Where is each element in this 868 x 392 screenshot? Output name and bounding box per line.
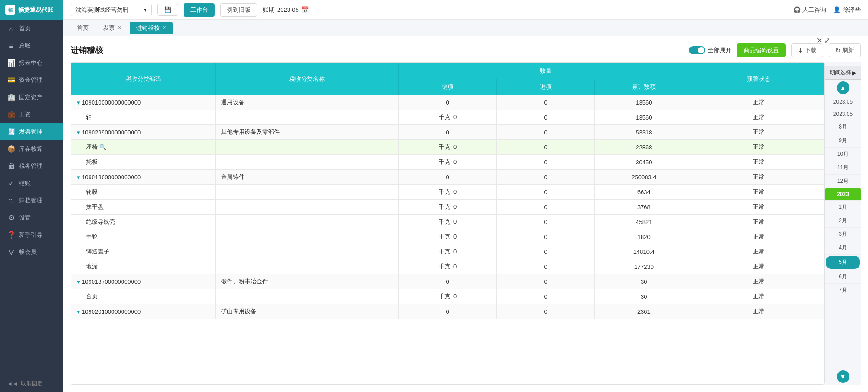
table-row[interactable]: 合页千克 0030正常 [71, 289, 824, 304]
table-row[interactable]: 座椅 🔍千克 0022868正常 [71, 140, 824, 155]
tab-home[interactable]: 首页 [71, 22, 95, 34]
period-item[interactable]: 2023 [825, 188, 861, 201]
sidebar-pin-toggle[interactable]: ◄◄ 取消固定 [0, 375, 63, 392]
calendar-icon[interactable]: 📅 [302, 6, 309, 13]
user-menu[interactable]: 👤 徐泽华 [833, 6, 861, 14]
tab-reconcile-close[interactable]: ✕ [162, 25, 166, 31]
page-header: 进销稽核 全部展开 商品编码设置 ⬇ 下载 ↻ 刷新 [71, 43, 861, 57]
table-row[interactable]: ▾109013600000000000金属铸件00250083.4正常 [71, 170, 824, 185]
table-row[interactable]: 轴千克 0013560正常 [71, 110, 824, 125]
table-row[interactable]: 抹平盘千克 003768正常 [71, 200, 824, 215]
period-item[interactable]: 11月 [825, 161, 861, 175]
ledger-icon: ≡ [7, 42, 15, 50]
sidebar-item-settings[interactable]: ⚙ 设置 [0, 209, 63, 226]
period-item[interactable]: 12月 [825, 175, 861, 188]
sidebar-item-ledger[interactable]: ≡ 总账 [0, 37, 63, 54]
tab-reconcile[interactable]: 进销稽核 ✕ [130, 22, 173, 34]
period-item[interactable]: 5月 [826, 256, 860, 269]
logo-icon: 畅 [5, 5, 15, 15]
period-item[interactable]: 10月 [825, 148, 861, 161]
table-row[interactable]: 手轮千克 001820正常 [71, 229, 824, 244]
period-up-button[interactable]: ▲ [837, 81, 849, 94]
table-row[interactable]: 地漏千克 00177230正常 [71, 259, 824, 274]
cell-sales: 千克 0 [398, 110, 496, 125]
collapse-icon[interactable]: ▾ [77, 278, 80, 285]
collapse-icon[interactable]: ▾ [77, 129, 80, 136]
service-button[interactable]: 🎧 人工咨询 [793, 6, 826, 14]
company-selector[interactable]: 沈海英测试经营勿删 ▾ [71, 4, 152, 16]
panel-close-button[interactable]: ✕ [816, 36, 822, 45]
sidebar-item-invoice[interactable]: 🧾 发票管理 [0, 123, 63, 140]
logo-text: 畅捷通易代账 [18, 6, 53, 14]
panel-expand-button[interactable]: ⤢ [824, 36, 830, 45]
period-item[interactable]: 3月 [825, 228, 861, 241]
period-item[interactable]: 6月 [825, 270, 861, 284]
toggle-switch[interactable] [689, 46, 705, 54]
sidebar-item-archive[interactable]: 🗂 归档管理 [0, 192, 63, 209]
sidebar-item-reports[interactable]: 📊 报表中心 [0, 54, 63, 72]
refresh-button[interactable]: ↻ 刷新 [829, 43, 861, 57]
cell-total: 2361 [595, 304, 693, 319]
sidebar-item-salary[interactable]: 💼 工资 [0, 106, 63, 123]
cell-total: 3768 [595, 200, 693, 215]
sidebar-item-tax[interactable]: 🏛 税务管理 [0, 158, 63, 175]
table-row[interactable]: 铸造盖子千克 0014810.4正常 [71, 244, 824, 259]
workbench-button[interactable]: 工作台 [184, 3, 215, 17]
sidebar-item-vip[interactable]: V 畅会员 [0, 244, 63, 261]
cell-total: 1820 [595, 229, 693, 244]
download-button[interactable]: ⬇ 下载 [791, 43, 823, 57]
expand-all-toggle[interactable]: 全部展开 [689, 46, 731, 54]
collapse-icon[interactable]: ▾ [77, 174, 80, 181]
company-dropdown-icon: ▾ [144, 6, 147, 13]
period-item[interactable]: 2月 [825, 214, 861, 228]
cell-total: 14810.4 [595, 244, 693, 259]
sidebar-item-home[interactable]: ⌂ 首页 [0, 20, 63, 37]
table-row[interactable]: 轮毂千克 006634正常 [71, 185, 824, 200]
period-item[interactable]: 2023.05 [825, 108, 861, 120]
settle-icon: ✓ [7, 179, 15, 187]
period-item[interactable]: 9月 [825, 134, 861, 148]
switch-old-button[interactable]: 切到旧版 [220, 3, 257, 17]
cell-name [215, 215, 398, 229]
cell-total: 6634 [595, 185, 693, 200]
period-item[interactable]: 4月 [825, 241, 861, 255]
table-row[interactable]: ▾109020100000000000矿山专用设备002361正常 [71, 304, 824, 319]
cell-name [215, 155, 398, 170]
collapse-icon[interactable]: ▾ [77, 308, 80, 315]
cell-status: 正常 [693, 259, 824, 274]
cell-name [215, 259, 398, 274]
table-row[interactable]: ▾109029900000000000其他专用设备及零部件0053318正常 [71, 125, 824, 140]
save-button[interactable]: 💾 [157, 4, 178, 16]
period-item[interactable]: 2023.05 [825, 96, 861, 108]
period-item[interactable]: 1月 [825, 201, 861, 214]
cell-total: 13560 [595, 95, 693, 110]
guide-icon: ❓ [7, 231, 15, 239]
sidebar-item-settle[interactable]: ✓ 结账 [0, 175, 63, 192]
tab-invoice-close[interactable]: ✕ [118, 25, 122, 31]
table-row[interactable]: ▾109013700000000000锻件、粉末冶金件0030正常 [71, 274, 824, 289]
table-row[interactable]: ▾109010000000000000通用设备0013560正常 [71, 95, 824, 110]
sidebar-item-funds[interactable]: 💳 资金管理 [0, 72, 63, 89]
table-row[interactable]: 绝缘导线壳千克 0045821正常 [71, 215, 824, 229]
table-row[interactable]: 托板千克 0030450正常 [71, 155, 824, 170]
period-down-button[interactable]: ▼ [837, 370, 849, 383]
period-item[interactable]: 8月 [825, 120, 861, 134]
tab-home-label: 首页 [77, 24, 89, 32]
sidebar-item-inventory[interactable]: 📦 库存核算 [0, 140, 63, 158]
search-icon[interactable]: 🔍 [99, 144, 106, 150]
panel-collapse-icon[interactable]: ▶ [852, 70, 856, 76]
sidebar-item-label: 结账 [19, 179, 31, 187]
cell-status: 正常 [693, 289, 824, 304]
period-value: 2023-05 [277, 6, 299, 13]
period-item[interactable]: 7月 [825, 284, 861, 297]
tab-invoice[interactable]: 发票 ✕ [97, 22, 128, 34]
sidebar-item-fixed-assets[interactable]: 🏢 固定资产 [0, 89, 63, 106]
sidebar: 畅 畅捷通易代账 ⌂ 首页 ≡ 总账 📊 报表中心 💳 资金管理 🏢 固定资产 … [0, 0, 63, 392]
cell-sales: 千克 0 [398, 200, 496, 215]
cell-purchase: 0 [497, 95, 595, 110]
sidebar-item-guide[interactable]: ❓ 新手引导 [0, 226, 63, 244]
collapse-icon[interactable]: ▾ [77, 99, 80, 106]
sidebar-item-label: 库存核算 [19, 145, 42, 153]
product-code-settings-button[interactable]: 商品编码设置 [737, 43, 786, 57]
tabbar: 首页 发票 ✕ 进销稽核 ✕ [63, 20, 868, 36]
